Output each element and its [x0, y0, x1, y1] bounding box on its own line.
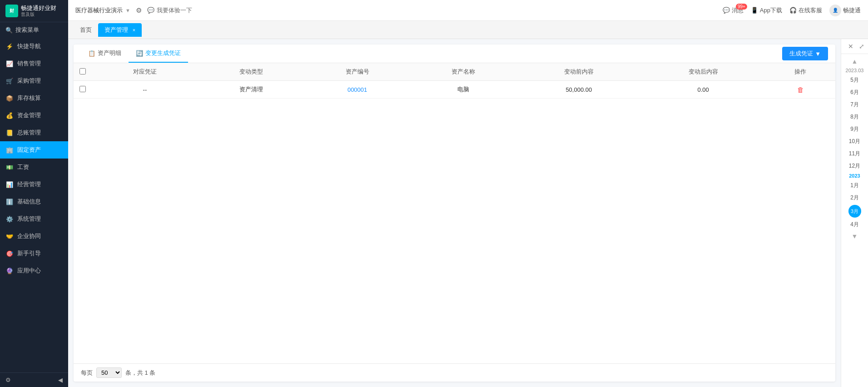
asset-detail-icon: 📋 [88, 50, 95, 57]
table-wrap: 对应凭证 变动类型 资产编号 资产名称 变动前内容 变动后内容 操作 [74, 63, 835, 363]
search-icon: 🔍 [5, 27, 13, 34]
app-download-icon: 📱 [751, 7, 758, 14]
nav-icon-operations: 📊 [5, 180, 14, 189]
sidebar-item-fixed-assets[interactable]: 🏢 固定资产 [0, 141, 68, 159]
nav-icon-basic-info: ℹ️ [5, 198, 14, 206]
sidebar-item-purchase[interactable]: 🛒 采购管理 [0, 72, 68, 89]
user-menu[interactable]: 👤 畅捷通 [829, 5, 861, 16]
header-asset-name: 资产名称 [411, 63, 517, 81]
row-voucher: -- [92, 81, 198, 99]
header-voucher: 对应凭证 [92, 63, 198, 81]
sidebar: 财 畅捷通好业财 普及版 🔍 搜索菜单 ⚡ 快捷导航 📈 销售管理 🛒 采购管理… [0, 0, 68, 387]
nav-label-ledger: 总账管理 [17, 129, 41, 137]
messages-btn[interactable]: 💬 消息 99+ [723, 6, 744, 15]
row-checkbox-cell [74, 81, 92, 99]
messages-badge: 99+ [736, 4, 747, 10]
row-change-type: 资产清理 [198, 81, 304, 99]
search-menu[interactable]: 🔍 搜索菜单 [0, 22, 68, 38]
tab-asset-mgmt[interactable]: 资产管理 × [98, 23, 142, 37]
sidebar-item-operations[interactable]: 📊 经营管理 [0, 176, 68, 193]
nav-icon-collab: 🤝 [5, 232, 14, 240]
company-name: 医疗器械行业演示 [75, 6, 123, 15]
sidebar-item-guide[interactable]: 🎯 新手引导 [0, 245, 68, 262]
select-all-checkbox[interactable] [79, 68, 86, 74]
row-checkbox[interactable] [79, 86, 86, 92]
settings-icon[interactable]: ⚙ [136, 6, 142, 15]
sidebar-item-quick-nav[interactable]: ⚡ 快捷导航 [0, 38, 68, 55]
row-asset-code: 000001 [304, 81, 411, 99]
nav-icon-funds: 💰 [5, 111, 14, 119]
tab-close-icon[interactable]: × [133, 27, 135, 33]
subtab-change-voucher[interactable]: 🔄 变更生成凭证 [129, 45, 188, 63]
delete-icon[interactable]: 🗑 [797, 86, 804, 94]
subtab-bar: 📋 资产明细 🔄 变更生成凭证 生成凭证 ▼ [74, 45, 835, 63]
sidebar-item-basic-info[interactable]: ℹ️ 基础信息 [0, 193, 68, 210]
sidebar-item-collab[interactable]: 🤝 企业协同 [0, 228, 68, 245]
sidebar-item-app-center[interactable]: 🔮 应用中心 [0, 262, 68, 279]
timeline-month[interactable]: 9月 [847, 124, 863, 135]
company-selector[interactable]: 医疗器械行业演示 ▼ [75, 6, 130, 15]
content-area: 📋 资产明细 🔄 变更生成凭证 生成凭证 ▼ [68, 39, 868, 387]
nav-label-system: 系统管理 [17, 215, 41, 223]
header-change-type: 变动类型 [198, 63, 304, 81]
sidebar-item-inventory[interactable]: 📦 库存核算 [0, 89, 68, 107]
subtab-asset-detail[interactable]: 📋 资产明细 [81, 45, 129, 63]
right-panel: ✕ ⤢ ▲2023.035月6月7月8月9月10月11月12月20231月2月3… [841, 39, 868, 387]
nav-label-guide: 新手引导 [17, 249, 41, 258]
tab-home[interactable]: 首页 [75, 23, 96, 37]
tabbar: 首页 资产管理 × [68, 21, 868, 39]
sidebar-item-ledger[interactable]: 📒 总账管理 [0, 124, 68, 141]
nav-icon-app-center: 🔮 [5, 267, 14, 275]
main-area: 医疗器械行业演示 ▼ ⚙ 💬 我要体验一下 💬 消息 99+ 📱 App下载 🎧… [68, 0, 868, 387]
per-page-select[interactable]: 50 10 20 100 [96, 367, 122, 378]
close-panel-icon[interactable]: ✕ [846, 42, 855, 51]
timeline-year-2023: 2023 [847, 172, 862, 179]
timeline-month[interactable]: 1月 [847, 180, 863, 191]
nav-label-funds: 资金管理 [17, 111, 41, 119]
feedback-icon: 💬 [147, 7, 154, 14]
sidebar-item-funds[interactable]: 💰 资金管理 [0, 107, 68, 124]
timeline-nav-down[interactable]: ▼ [850, 231, 860, 242]
timeline-month[interactable]: 11月 [847, 148, 863, 159]
timeline-month[interactable]: 12月 [847, 160, 863, 172]
timeline-month[interactable]: 3月 [848, 205, 861, 218]
app-logo: 财 畅捷通好业财 普及版 [0, 0, 68, 22]
table-header-row: 对应凭证 变动类型 资产编号 资产名称 变动前内容 变动后内容 操作 [74, 63, 835, 81]
feedback-btn[interactable]: 💬 我要体验一下 [147, 6, 192, 15]
per-page-label: 每页 [81, 369, 93, 377]
topbar-right: 💬 消息 99+ 📱 App下载 🎧 在线客服 👤 畅捷通 [723, 5, 861, 16]
expand-panel-icon[interactable]: ⤢ [857, 42, 866, 51]
timeline-month[interactable]: 10月 [847, 136, 863, 147]
timeline-month[interactable]: 5月 [847, 74, 863, 86]
settings-icon[interactable]: ⚙ [5, 377, 11, 383]
timeline-month[interactable]: 7月 [847, 99, 863, 110]
header-after-value: 变动后内容 [641, 63, 765, 81]
nav-icon-ledger: 📒 [5, 129, 14, 137]
timeline-month[interactable]: 6月 [847, 87, 863, 98]
online-service-btn[interactable]: 🎧 在线客服 [789, 6, 822, 15]
timeline-month[interactable]: 8月 [847, 111, 863, 123]
timeline-nav-up[interactable]: ▲ [850, 56, 860, 67]
sidebar-nav: ⚡ 快捷导航 📈 销售管理 🛒 采购管理 📦 库存核算 💰 资金管理 📒 总账管… [0, 38, 68, 372]
timeline-month[interactable]: 2月 [847, 192, 863, 203]
data-table: 对应凭证 变动类型 资产编号 资产名称 变动前内容 变动后内容 操作 [74, 63, 835, 99]
nav-label-collab: 企业协同 [17, 232, 41, 240]
collapse-icon[interactable]: ◀ [58, 377, 63, 383]
header-checkbox-col [74, 63, 92, 81]
nav-icon-system: ⚙️ [5, 215, 14, 223]
sidebar-item-sales[interactable]: 📈 销售管理 [0, 55, 68, 72]
right-panel-header: ✕ ⤢ [841, 39, 868, 54]
total-label: 条，共 1 条 [125, 369, 155, 377]
logo-text: 畅捷通好业财 普及版 [21, 5, 56, 17]
nav-icon-fixed-assets: 🏢 [5, 146, 14, 154]
sidebar-item-payroll[interactable]: 💵 工资 [0, 159, 68, 176]
messages-icon: 💬 [723, 7, 730, 14]
nav-icon-quick-nav: ⚡ [5, 42, 14, 50]
app-download-btn[interactable]: 📱 App下载 [751, 6, 782, 15]
timeline-month[interactable]: 4月 [847, 219, 863, 230]
header-before-value: 变动前内容 [516, 63, 641, 81]
nav-label-app-center: 应用中心 [17, 267, 41, 275]
sidebar-item-system[interactable]: ⚙️ 系统管理 [0, 210, 68, 228]
generate-voucher-button[interactable]: 生成凭证 ▼ [782, 47, 828, 60]
nav-icon-purchase: 🛒 [5, 77, 14, 85]
